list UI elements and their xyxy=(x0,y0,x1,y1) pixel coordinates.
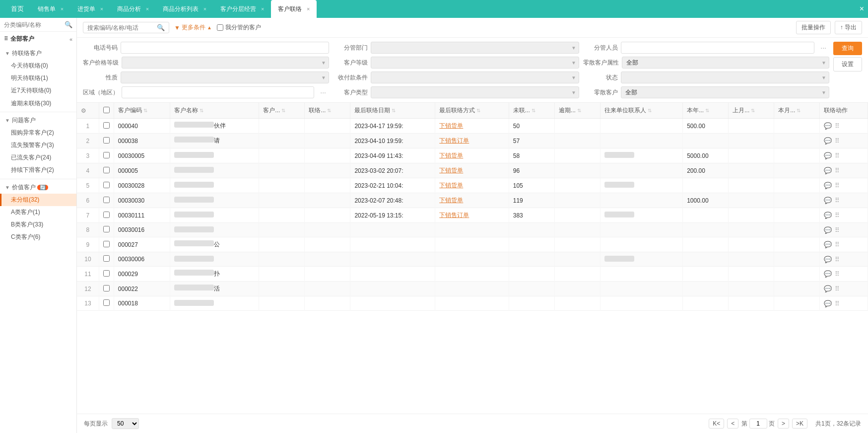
more-action-icon[interactable]: ⠿ xyxy=(835,167,840,174)
more-action-icon[interactable]: ⠿ xyxy=(835,122,840,130)
last-contact-method[interactable] xyxy=(435,282,509,296)
settings-icon[interactable]: ⚙ xyxy=(81,107,86,114)
more-action-icon[interactable]: ⠿ xyxy=(835,137,840,144)
last-contact-method[interactable] xyxy=(435,296,509,311)
row-checkbox[interactable] xyxy=(103,182,110,188)
row-checkbox[interactable] xyxy=(103,212,110,218)
more-action-icon[interactable]: ⠿ xyxy=(835,256,840,263)
th-settings[interactable]: ⚙ xyxy=(77,103,99,119)
main-search-input[interactable] xyxy=(87,24,157,31)
more-action-icon[interactable]: ⠿ xyxy=(835,182,840,189)
more-action-icon[interactable]: ⠿ xyxy=(835,285,840,292)
status-select[interactable] xyxy=(621,72,829,83)
retail-attr-select[interactable]: 全部 xyxy=(622,57,829,69)
tab-product-list[interactable]: 商品分析列表 × xyxy=(156,0,213,18)
dept-select[interactable] xyxy=(371,42,579,54)
row-checkbox[interactable] xyxy=(103,167,110,173)
tab-sales[interactable]: 销售单 × xyxy=(31,0,70,18)
sidebar-item-lost[interactable]: 已流失客户(24) xyxy=(0,151,76,164)
message-action-icon[interactable]: 💬 xyxy=(824,285,832,292)
row-checkbox[interactable] xyxy=(103,137,110,144)
query-button[interactable]: 查询 xyxy=(833,42,862,55)
last-contact-method[interactable]: 下销售订单 xyxy=(435,134,509,148)
row-checkbox[interactable] xyxy=(103,226,110,232)
last-contact-method[interactable]: 下销货单 xyxy=(435,193,509,208)
close-all-icon[interactable]: × xyxy=(860,4,864,13)
tab-customer-contact[interactable]: 客户联络 × xyxy=(271,0,317,18)
tab-customer-tier[interactable]: 客户分层经营 × xyxy=(213,0,271,18)
row-checkbox[interactable] xyxy=(103,122,110,129)
my-customers-checkbox[interactable] xyxy=(217,24,223,31)
close-sales-icon[interactable]: × xyxy=(61,6,64,12)
sidebar-item-tomorrow[interactable]: 明天待联络(1) xyxy=(0,72,76,84)
message-action-icon[interactable]: 💬 xyxy=(824,270,832,278)
close-customer-contact-icon[interactable]: × xyxy=(307,6,310,12)
customer-type-select[interactable] xyxy=(371,86,579,98)
last-contact-method[interactable] xyxy=(435,237,509,252)
region-more-icon[interactable]: ··· xyxy=(317,88,329,96)
phone-input[interactable] xyxy=(121,42,329,54)
sidebar-search-icon[interactable]: 🔍 xyxy=(65,21,72,28)
row-checkbox[interactable] xyxy=(103,197,110,203)
region-input[interactable] xyxy=(122,86,314,98)
last-contact-method[interactable] xyxy=(435,252,509,267)
message-action-icon[interactable]: 💬 xyxy=(824,256,832,263)
main-search-icon[interactable]: 🔍 xyxy=(157,24,165,31)
sidebar-item-overdue[interactable]: 逾期未联络(30) xyxy=(0,97,76,110)
more-action-icon[interactable]: ⠿ xyxy=(835,300,840,307)
first-page-button[interactable]: K< xyxy=(709,419,724,429)
close-customer-tier-icon[interactable]: × xyxy=(261,6,264,12)
more-action-icon[interactable]: ⠿ xyxy=(835,212,840,219)
close-purchase-icon[interactable]: × xyxy=(100,6,103,12)
export-button[interactable]: ↑ 导出 xyxy=(835,21,862,34)
more-action-icon[interactable]: ⠿ xyxy=(835,197,840,204)
message-action-icon[interactable]: 💬 xyxy=(824,122,832,130)
row-checkbox[interactable] xyxy=(103,270,110,277)
message-action-icon[interactable]: 💬 xyxy=(824,226,832,234)
sidebar-item-declining[interactable]: 持续下滑客户(2) xyxy=(0,164,76,176)
last-contact-method[interactable]: 下销货单 xyxy=(435,163,509,178)
page-input[interactable] xyxy=(749,419,767,429)
last-contact-method[interactable]: 下销货单 xyxy=(435,178,509,193)
row-checkbox[interactable] xyxy=(103,241,110,247)
nature-select[interactable] xyxy=(121,72,329,83)
batch-op-button[interactable]: 批量操作 xyxy=(796,21,831,34)
more-action-icon[interactable]: ⠿ xyxy=(835,152,840,159)
message-action-icon[interactable]: 💬 xyxy=(824,212,832,219)
reset-button[interactable]: 设置 xyxy=(833,57,862,72)
tab-product-analysis[interactable]: 商品分析 × xyxy=(110,0,156,18)
message-action-icon[interactable]: 💬 xyxy=(824,137,832,144)
last-contact-method[interactable]: 下销货单 xyxy=(435,148,509,163)
more-action-icon[interactable]: ⠿ xyxy=(835,241,840,248)
next-page-button[interactable]: > xyxy=(778,419,789,429)
sidebar-item-7days[interactable]: 近7天待联络(0) xyxy=(0,84,76,97)
sidebar-item-churn-warn[interactable]: 流失预警客户(3) xyxy=(0,139,76,151)
table-container[interactable]: ⚙ 客户编码⇅ 客户名称⇅ 客户...⇅ 联络...⇅ 最后联络日期⇅ 最后联络… xyxy=(77,103,868,414)
sidebar-item-class-a[interactable]: A类客户(1) xyxy=(0,206,76,218)
sidebar-item-class-c[interactable]: C类客户(6) xyxy=(0,231,76,243)
last-contact-method[interactable] xyxy=(435,267,509,282)
message-action-icon[interactable]: 💬 xyxy=(824,167,832,174)
row-checkbox[interactable] xyxy=(103,152,110,158)
all-customers-header[interactable]: ⠿ 全部客户 « xyxy=(0,32,76,46)
pending-contact-title[interactable]: ▼ 待联络客户 xyxy=(0,47,76,60)
more-action-icon[interactable]: ⠿ xyxy=(835,270,840,278)
retail-customer-select[interactable]: 全部 xyxy=(621,86,829,98)
close-product-list-icon[interactable]: × xyxy=(203,6,206,12)
message-action-icon[interactable]: 💬 xyxy=(824,197,832,204)
sidebar-item-class-b[interactable]: B类客户(33) xyxy=(0,218,76,231)
row-checkbox[interactable] xyxy=(103,255,110,262)
message-action-icon[interactable]: 💬 xyxy=(824,300,832,307)
more-action-icon[interactable]: ⠿ xyxy=(835,226,840,234)
price-level-select[interactable] xyxy=(122,57,329,69)
row-checkbox[interactable] xyxy=(103,299,110,306)
person-more-icon[interactable]: ··· xyxy=(817,44,829,52)
collapse-icon[interactable]: « xyxy=(69,36,72,42)
sidebar-item-hoard-abnormal[interactable]: 囤购异常客户(2) xyxy=(0,127,76,139)
more-conditions-btn[interactable]: ▼ 更多条件 ▲ xyxy=(174,23,212,32)
tab-home[interactable]: 首页 xyxy=(4,0,31,18)
person-input[interactable] xyxy=(621,42,814,54)
sidebar-item-ungroup[interactable]: 未分组(32) xyxy=(0,194,76,206)
last-page-button[interactable]: >K xyxy=(792,419,807,429)
tab-purchase[interactable]: 进货单 × xyxy=(70,0,110,18)
